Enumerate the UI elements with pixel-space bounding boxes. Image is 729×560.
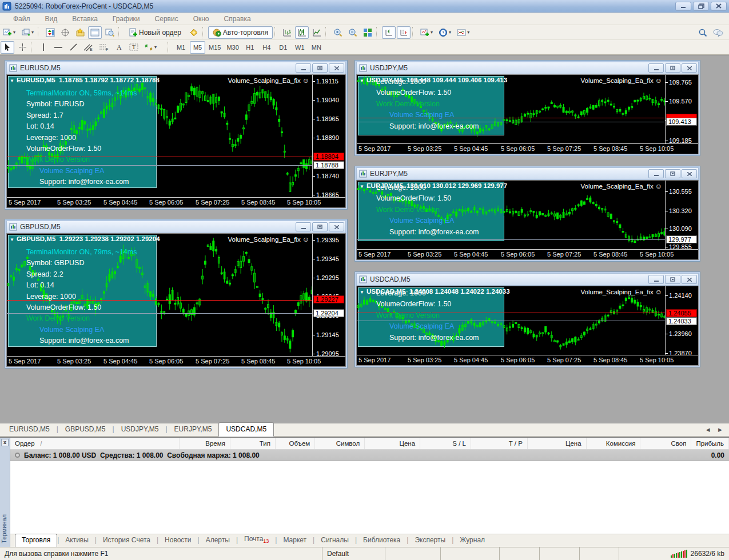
- chart-area[interactable]: Leverage: 1000 VolumeOrderFlow: 1.50 Wor…: [356, 74, 699, 154]
- terminal-column-Тип[interactable]: Тип: [230, 438, 276, 449]
- terminal-column-Время[interactable]: Время: [180, 438, 230, 449]
- indicators-button[interactable]: ▾: [418, 26, 435, 39]
- chart-plot[interactable]: TerminalMonitor ON, 79ms, ~14ms Symbol: …: [7, 234, 312, 356]
- terminal-column-Цена[interactable]: Цена: [528, 438, 587, 449]
- menu-item-Вставка[interactable]: Вставка: [65, 13, 105, 25]
- ea-smiley-icon[interactable]: ☺: [302, 235, 309, 243]
- chart-plot[interactable]: Leverage: 1000 VolumeOrderFlow: 1.50 Wor…: [357, 286, 665, 355]
- navigator-button[interactable]: [73, 26, 87, 39]
- chart-area[interactable]: Leverage: 1000 VolumeOrderFlow: 1.50 Wor…: [356, 286, 699, 366]
- chat-button[interactable]: [711, 26, 726, 39]
- terminal-tab-Активы[interactable]: Активы: [59, 534, 95, 547]
- terminal-close-button[interactable]: x: [1, 439, 9, 446]
- menu-item-Графики[interactable]: Графики: [105, 13, 148, 25]
- minimize-button[interactable]: [648, 169, 664, 178]
- chart-window-titlebar[interactable]: EURUSD,M5: [6, 62, 346, 74]
- restore-button[interactable]: [312, 63, 328, 73]
- minimize-button[interactable]: [648, 63, 664, 73]
- timeframe-D1[interactable]: D1: [276, 41, 291, 54]
- metaeditor-button[interactable]: [187, 26, 201, 39]
- close-button[interactable]: [711, 2, 727, 11]
- chart-window-titlebar[interactable]: GBPUSD,M5: [6, 221, 346, 233]
- terminal-column-Своп[interactable]: Своп: [640, 438, 691, 449]
- minimize-button[interactable]: [648, 275, 664, 284]
- vertical-line-tool-button[interactable]: [37, 41, 50, 54]
- chart-tab-USDCAD,M5[interactable]: USDCAD,M5: [218, 422, 274, 437]
- new-order-button[interactable]: Новый ордер: [124, 26, 186, 39]
- close-button[interactable]: [682, 275, 697, 284]
- timeframe-M30[interactable]: M30: [224, 41, 241, 54]
- timeframe-M1[interactable]: M1: [173, 41, 189, 54]
- terminal-tab-Торговля[interactable]: Торговля: [15, 534, 57, 547]
- chart-window-usdcad[interactable]: USDCAD,M5 Leverage: 1000 VolumeOrderFlow…: [354, 271, 700, 367]
- fibonacci-tool-button[interactable]: F: [97, 41, 111, 54]
- terminal-tab-Журнал[interactable]: Журнал: [453, 534, 491, 547]
- minimize-button[interactable]: [296, 222, 311, 231]
- chart-tab-scroll-arrows[interactable]: ◀ ▶: [706, 427, 727, 436]
- chart-plot[interactable]: Leverage: 1000 VolumeOrderFlow: 1.50 Wor…: [357, 181, 665, 249]
- terminal-tab-Сигналы[interactable]: Сигналы: [314, 534, 355, 547]
- periods-button[interactable]: ▾: [436, 26, 453, 39]
- terminal-tab-Библиотека[interactable]: Библиотека: [357, 534, 407, 547]
- tile-windows-button[interactable]: [361, 26, 375, 39]
- terminal-tab-Новости[interactable]: Новости: [158, 534, 197, 547]
- restore-button[interactable]: [665, 275, 680, 284]
- chart-window-gbpusd[interactable]: GBPUSD,M5 TerminalMonitor ON, 79ms, ~14m…: [5, 219, 348, 369]
- bar-chart-mode-button[interactable]: [280, 26, 294, 39]
- terminal-column-Прибыль[interactable]: Прибыль: [691, 438, 729, 449]
- search-button[interactable]: [696, 26, 710, 39]
- chart-tab-GBPUSD,M5[interactable]: GBPUSD,M5: [58, 423, 113, 436]
- chart-window-titlebar[interactable]: USDCAD,M5: [356, 273, 699, 286]
- menu-item-Сервис[interactable]: Сервис: [148, 13, 186, 25]
- new-chart-button[interactable]: ▾: [1, 26, 18, 39]
- restore-button[interactable]: [312, 222, 328, 231]
- market-watch-button[interactable]: [43, 26, 57, 39]
- restore-button[interactable]: [693, 2, 709, 11]
- close-button[interactable]: [682, 63, 697, 73]
- minimize-button[interactable]: [675, 2, 691, 11]
- chart-tab-EURJPY,M5[interactable]: EURJPY,M5: [168, 423, 219, 436]
- timeframe-MN[interactable]: MN: [309, 41, 324, 54]
- chart-window-usdjpy[interactable]: USDJPY,M5 Leverage: 1000 VolumeOrderFlow…: [354, 60, 700, 156]
- ea-smiley-icon[interactable]: ☺: [655, 77, 662, 85]
- chart-window-titlebar[interactable]: USDJPY,M5: [356, 62, 699, 74]
- ea-smiley-icon[interactable]: ☺: [655, 182, 662, 190]
- ea-smiley-icon[interactable]: ☺: [655, 288, 662, 296]
- text-tool-button[interactable]: A: [112, 41, 126, 54]
- timeframe-W1[interactable]: W1: [292, 41, 308, 54]
- terminal-tab-Алерты[interactable]: Алерты: [200, 534, 236, 547]
- chart-tab-USDJPY,M5[interactable]: USDJPY,M5: [114, 423, 166, 436]
- chart-area[interactable]: Leverage: 1000 VolumeOrderFlow: 1.50 Wor…: [356, 180, 699, 260]
- terminal-button[interactable]: [88, 26, 102, 39]
- zoom-out-button[interactable]: [346, 26, 360, 39]
- close-button[interactable]: [682, 169, 697, 178]
- terminal-column-header[interactable]: Ордер/ВремяТипОбъемСимволЦенаS / LT / PЦ…: [10, 438, 729, 450]
- menu-item-Файл[interactable]: Файл: [6, 13, 38, 25]
- arrows-tool-button[interactable]: ▾: [142, 41, 159, 54]
- channel-tool-button[interactable]: E: [81, 41, 95, 54]
- timeframe-M5[interactable]: M5: [190, 41, 205, 54]
- timeframe-H4[interactable]: H4: [259, 41, 274, 54]
- terminal-column-Комиссия[interactable]: Комиссия: [587, 438, 641, 449]
- crosshair-tool-button[interactable]: [15, 41, 29, 54]
- data-window-button[interactable]: [58, 26, 72, 39]
- horizontal-line-tool-button[interactable]: [51, 41, 65, 54]
- balance-row[interactable]: Баланс: 1 008.00 USD Средства: 1 008.00 …: [10, 450, 729, 461]
- cursor-tool-button[interactable]: [1, 41, 14, 54]
- terminal-column-Символ[interactable]: Символ: [315, 438, 365, 449]
- chart-plot[interactable]: Leverage: 1000 VolumeOrderFlow: 1.50 Wor…: [357, 75, 665, 143]
- terminal-tab-История Счета[interactable]: История Счета: [97, 534, 157, 547]
- profiles-button[interactable]: ▾: [19, 26, 36, 39]
- chart-window-eurjpy[interactable]: EURJPY,M5 Leverage: 1000 VolumeOrderFlow…: [354, 166, 700, 262]
- terminal-column-Ордер[interactable]: Ордер/: [10, 438, 180, 449]
- terminal-tab-Маркет[interactable]: Маркет: [277, 534, 313, 547]
- auto-scroll-button[interactable]: [382, 26, 396, 39]
- chart-tab-EURUSD,M5[interactable]: EURUSD,M5: [2, 423, 57, 436]
- menu-item-Справка[interactable]: Справка: [217, 13, 258, 25]
- strategy-tester-button[interactable]: [103, 26, 117, 39]
- timeframe-M15[interactable]: M15: [206, 41, 223, 54]
- zoom-in-button[interactable]: [331, 26, 345, 39]
- chart-window-eurusd[interactable]: EURUSD,M5 TerminalMonitor ON, 59ms, ~14m…: [5, 60, 348, 210]
- terminal-tab-Эксперты[interactable]: Эксперты: [408, 534, 452, 547]
- chart-area[interactable]: TerminalMonitor ON, 79ms, ~14ms Symbol: …: [6, 233, 346, 367]
